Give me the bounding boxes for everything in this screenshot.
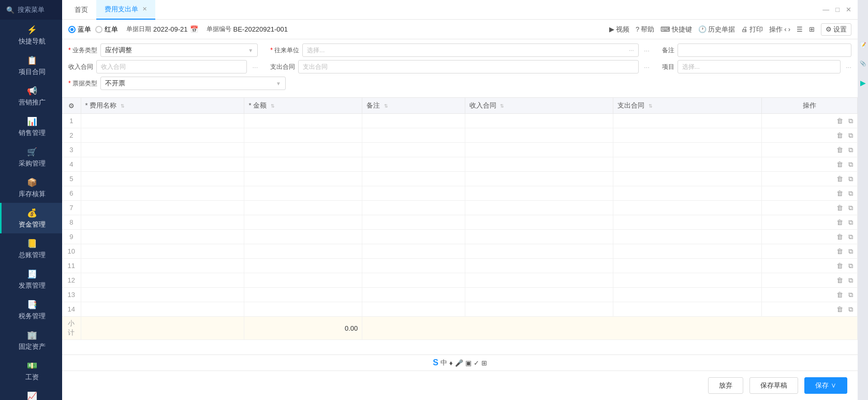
calendar-icon[interactable]: 📅	[190, 25, 198, 33]
cell-remarks[interactable]	[362, 273, 465, 288]
video-btn[interactable]: ▶ 视频	[609, 25, 629, 34]
cell-amount[interactable]	[244, 288, 362, 302]
partner-input[interactable]: 选择...	[302, 43, 639, 57]
cell-remarks[interactable]	[362, 201, 465, 215]
shortcut-btn[interactable]: ⌨ 快捷键	[660, 25, 692, 34]
right-panel-green-icon[interactable]: ▶	[859, 79, 867, 87]
copy-icon[interactable]: ⧉	[848, 276, 853, 284]
sidebar-item-project-contract[interactable]: 📋项目合同	[0, 50, 62, 81]
save-draft-button[interactable]: 保存草稿	[749, 377, 798, 394]
cell-amount[interactable]	[244, 259, 362, 273]
close-window-icon[interactable]: ✕	[844, 5, 854, 14]
col-expense-name[interactable]: * 费用名称 ⇅	[81, 98, 244, 114]
copy-icon[interactable]: ⧉	[848, 189, 853, 197]
delete-icon[interactable]: 🗑	[836, 160, 843, 168]
cell-income-contract[interactable]	[465, 114, 613, 128]
copy-icon[interactable]: ⧉	[848, 218, 853, 226]
cell-amount[interactable]	[244, 172, 362, 186]
col-amount[interactable]: * 金额 ⇅	[244, 98, 362, 114]
delete-icon[interactable]: 🗑	[836, 305, 843, 313]
cell-income-contract[interactable]	[465, 244, 613, 259]
copy-icon[interactable]: ⧉	[848, 262, 853, 270]
sidebar-item-salary[interactable]: 💵工资	[0, 355, 62, 386]
cell-remarks[interactable]	[362, 288, 465, 302]
delete-icon[interactable]: 🗑	[836, 131, 843, 139]
copy-icon[interactable]: ⧉	[848, 204, 853, 212]
delete-icon[interactable]: 🗑	[836, 189, 843, 197]
col-expense-contract[interactable]: 支出合同 ⇅	[613, 98, 762, 114]
sidebar-item-sales-mgmt[interactable]: 📊销售管理	[0, 111, 62, 142]
cell-expense-contract[interactable]	[613, 273, 762, 288]
cell-amount[interactable]	[244, 186, 362, 201]
cell-remarks[interactable]	[362, 186, 465, 201]
project-input[interactable]: 选择...	[678, 60, 841, 73]
col-income-contract[interactable]: 收入合同 ⇅	[465, 98, 613, 114]
delete-icon[interactable]: 🗑	[836, 233, 843, 241]
tab-expense-sheet[interactable]: 费用支出单 ✕	[96, 0, 155, 20]
col-remarks[interactable]: 备注 ⇅	[362, 98, 465, 114]
cell-amount[interactable]	[244, 273, 362, 288]
cell-remarks[interactable]	[362, 215, 465, 230]
delete-icon[interactable]: 🗑	[836, 276, 843, 284]
cell-income-contract[interactable]	[465, 157, 613, 172]
cell-remarks[interactable]	[362, 244, 465, 259]
cell-expense-name[interactable]	[81, 244, 244, 259]
cell-expense-contract[interactable]	[613, 259, 762, 273]
history-btn[interactable]: 🕐 历史单据	[698, 25, 735, 34]
operation-btn[interactable]: 操作 ‹ ›	[769, 25, 790, 34]
delete-icon[interactable]: 🗑	[836, 204, 843, 212]
cell-income-contract[interactable]	[465, 201, 613, 215]
cell-income-contract[interactable]	[465, 302, 613, 317]
copy-icon[interactable]: ⧉	[848, 175, 853, 183]
date-value[interactable]: 2022-09-21	[153, 25, 188, 33]
cell-income-contract[interactable]	[465, 128, 613, 143]
cell-expense-name[interactable]	[81, 186, 244, 201]
copy-icon[interactable]: ⧉	[848, 146, 853, 154]
delete-icon[interactable]: 🗑	[836, 247, 843, 255]
help-btn[interactable]: ? 帮助	[636, 25, 654, 34]
delete-icon[interactable]: 🗑	[836, 218, 843, 226]
delete-icon[interactable]: 🗑	[836, 262, 843, 270]
cell-amount[interactable]	[244, 114, 362, 128]
cell-expense-contract[interactable]	[613, 302, 762, 317]
discard-button[interactable]: 放弃	[708, 377, 743, 394]
cell-expense-name[interactable]	[81, 172, 244, 186]
right-panel-note-icon[interactable]: 📝	[860, 41, 866, 48]
cell-amount[interactable]	[244, 302, 362, 317]
cell-expense-contract[interactable]	[613, 114, 762, 128]
cell-expense-contract[interactable]	[613, 215, 762, 230]
cell-income-contract[interactable]	[465, 172, 613, 186]
delete-icon[interactable]: 🗑	[836, 117, 843, 125]
cell-expense-name[interactable]	[81, 273, 244, 288]
cell-expense-contract[interactable]	[613, 172, 762, 186]
number-value[interactable]: BE-20220921-001	[233, 25, 288, 33]
copy-icon[interactable]: ⧉	[848, 160, 853, 168]
radio-red[interactable]: 红单	[95, 25, 118, 34]
business-type-select[interactable]: 应付调整 ▼	[100, 43, 258, 57]
cell-income-contract[interactable]	[465, 288, 613, 302]
cell-amount[interactable]	[244, 244, 362, 259]
invoice-type-select[interactable]: 不开票 ▼	[100, 77, 286, 90]
sidebar-item-marketing[interactable]: 📢营销推广	[0, 81, 62, 111]
print-btn[interactable]: 🖨 打印	[741, 25, 763, 34]
cell-amount[interactable]	[244, 157, 362, 172]
copy-icon[interactable]: ⧉	[848, 233, 853, 241]
list-view-icon[interactable]: ☰	[797, 25, 803, 33]
partner-dots-icon[interactable]: ···	[644, 47, 650, 54]
grid-view-icon[interactable]: ⊞	[809, 25, 815, 33]
delete-icon[interactable]: 🗑	[836, 146, 843, 154]
cell-expense-name[interactable]	[81, 128, 244, 143]
cell-income-contract[interactable]	[465, 259, 613, 273]
sidebar-item-accounting[interactable]: 📒总账管理	[0, 233, 62, 264]
minimize-icon[interactable]: —	[820, 5, 831, 14]
project-dots[interactable]: ···	[846, 63, 851, 71]
delete-icon[interactable]: 🗑	[836, 175, 843, 183]
cell-income-contract[interactable]	[465, 186, 613, 201]
tab-home[interactable]: 首页	[66, 0, 96, 20]
copy-icon[interactable]: ⧉	[848, 305, 853, 313]
cell-expense-name[interactable]	[81, 259, 244, 273]
cell-remarks[interactable]	[362, 259, 465, 273]
settings-btn[interactable]: ⚙ 设置	[821, 23, 851, 36]
cell-remarks[interactable]	[362, 114, 465, 128]
cell-expense-name[interactable]	[81, 201, 244, 215]
